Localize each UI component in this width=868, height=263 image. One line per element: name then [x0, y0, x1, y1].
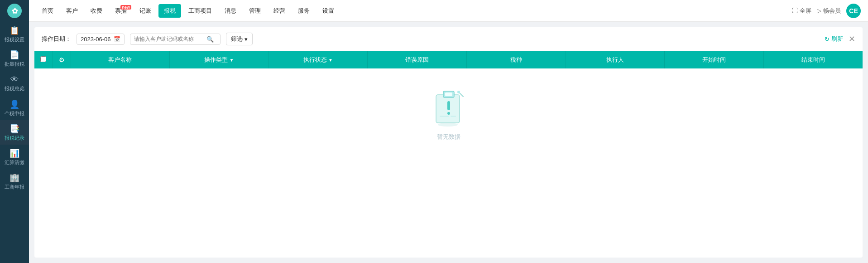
search-input-wrap: 🔍 [130, 34, 221, 45]
th-settings: ⚙ [53, 51, 71, 68]
topnav-right: ⛶ 全屏 ▷ 畅会员 CE [792, 4, 861, 18]
nav-item-jingying[interactable]: 经营 [268, 4, 291, 18]
svg-rect-2 [445, 93, 452, 96]
nav-item-home[interactable]: 首页 [36, 4, 59, 18]
refresh-label: 刷新 [831, 35, 843, 43]
sort-icon-operation_type: ▼ [229, 58, 234, 63]
svg-rect-8 [451, 116, 456, 117]
close-btn[interactable]: ✕ [849, 35, 855, 43]
nav-item-fuwu[interactable]: 服务 [293, 4, 315, 18]
sidebar-icon-geshui-shenbao: 👤 [10, 99, 19, 109]
nav-item-piaoju[interactable]: 票据new [110, 4, 132, 18]
content: 操作日期： 2023-06-06 📅 🔍 筛选 ▾ ↻ 刷新 [29, 22, 868, 263]
sidebar-item-baoshui-jilu[interactable]: 📑 报税记录 [0, 120, 29, 145]
date-value: 2023-06-06 [81, 36, 111, 43]
member-icon: ▷ [817, 7, 821, 14]
nav-item-customer[interactable]: 客户 [61, 4, 83, 18]
svg-point-9 [438, 123, 458, 127]
th-exec_status[interactable]: 执行状态▼ [269, 51, 368, 68]
content-panel: 操作日期： 2023-06-06 📅 🔍 筛选 ▾ ↻ 刷新 [34, 27, 863, 258]
nav-item-guanli[interactable]: 管理 [244, 4, 266, 18]
topnav-items: 首页客户收费票据new记账报税工商项目消息管理经营服务设置 [36, 4, 792, 18]
nav-item-shezhi[interactable]: 设置 [317, 4, 340, 18]
search-input[interactable] [134, 36, 206, 42]
svg-rect-4 [447, 112, 450, 115]
nav-item-gongshang[interactable]: 工商项目 [183, 4, 217, 18]
th-customer_name: 客户名称 [71, 51, 170, 68]
member-btn[interactable]: ▷ 畅会员 [817, 7, 841, 15]
sidebar-icon-gongshang-nianbao: 🏢 [10, 173, 19, 183]
sidebar-icon-huisuan-jiaona: 📊 [10, 148, 19, 158]
refresh-btn[interactable]: ↻ 刷新 [825, 35, 843, 43]
nav-item-shoufei[interactable]: 收费 [85, 4, 108, 18]
sidebar: ✿ 📋 报税设置 📄 批量报税 👁 报税总览 👤 个税申报 📑 报税记录 📊 汇… [0, 0, 29, 263]
date-label: 操作日期： [42, 35, 71, 43]
th-operation_type[interactable]: 操作类型▼ [170, 51, 269, 68]
sidebar-label-baoshui-zonlan: 报税总览 [5, 86, 24, 92]
nav-badge-piaoju: new [120, 5, 131, 10]
date-input[interactable]: 2023-06-06 📅 [77, 34, 125, 45]
svg-rect-3 [447, 101, 450, 110]
empty-illustration [431, 87, 467, 127]
chevron-down-icon: ▾ [245, 36, 248, 43]
sidebar-label-piliang-baoshui: 批量报税 [5, 61, 24, 67]
table-wrap: ⚙客户名称操作类型▼执行状态▼错误原因税种执行人开始时间结束时间 [34, 51, 863, 258]
member-label: 畅会员 [823, 7, 841, 15]
refresh-icon: ↻ [825, 36, 830, 43]
th-tax_type: 税种 [467, 51, 566, 68]
search-icon: 🔍 [206, 36, 214, 43]
calendar-icon: 📅 [114, 36, 120, 42]
sidebar-item-huisuan-jiaona[interactable]: 📊 汇算清缴 [0, 145, 29, 169]
avatar[interactable]: CE [846, 4, 861, 18]
sidebar-item-baoshui-shezhi[interactable]: 📋 报税设置 [0, 22, 29, 46]
sidebar-icon-baoshui-shezhi: 📋 [10, 25, 19, 35]
th-end_time: 结束时间 [763, 51, 863, 68]
nav-item-jizhang[interactable]: 记账 [134, 4, 157, 18]
th-start_time: 开始时间 [665, 51, 764, 68]
svg-point-6 [457, 91, 460, 93]
th-executor: 执行人 [566, 51, 665, 68]
sidebar-logo: ✿ [0, 0, 29, 22]
topnav: 首页客户收费票据new记账报税工商项目消息管理经营服务设置 ⛶ 全屏 ▷ 畅会员… [29, 0, 868, 22]
svg-rect-7 [440, 116, 449, 117]
sidebar-label-baoshui-shezhi: 报税设置 [5, 37, 24, 43]
sort-icon-exec_status: ▼ [328, 58, 333, 63]
sidebar-label-huisuan-jiaona: 汇算清缴 [5, 160, 24, 166]
select-all-checkbox[interactable] [40, 56, 46, 62]
sidebar-icon-piliang-baoshui: 📄 [10, 50, 19, 60]
filter-label: 筛选 [231, 35, 243, 43]
nav-item-baoshui[interactable]: 报税 [158, 4, 181, 18]
sidebar-item-baoshui-zonlan[interactable]: 👁 报税总览 [0, 71, 29, 95]
filter-btn[interactable]: 筛选 ▾ [226, 33, 253, 45]
nav-item-xiaoxi[interactable]: 消息 [219, 4, 242, 18]
fullscreen-label: 全屏 [800, 7, 811, 15]
settings-icon[interactable]: ⚙ [59, 56, 65, 63]
main-area: 首页客户收费票据new记账报税工商项目消息管理经营服务设置 ⛶ 全屏 ▷ 畅会员… [29, 0, 868, 263]
sidebar-label-gongshang-nianbao: 工商年报 [5, 184, 24, 190]
sidebar-label-geshui-shenbao: 个税申报 [5, 111, 24, 117]
logo-icon: ✿ [7, 4, 22, 18]
sidebar-item-geshui-shenbao[interactable]: 👤 个税申报 [0, 96, 29, 120]
fullscreen-icon: ⛶ [792, 7, 798, 14]
empty-text: 暂无数据 [437, 133, 460, 141]
sidebar-label-baoshui-jilu: 报税记录 [5, 135, 24, 141]
sidebar-item-gongshang-nianbao[interactable]: 🏢 工商年报 [0, 169, 29, 194]
sidebar-item-piliang-baoshui[interactable]: 📄 批量报税 [0, 46, 29, 71]
table-header-row: ⚙客户名称操作类型▼执行状态▼错误原因税种执行人开始时间结束时间 [34, 51, 863, 68]
empty-state: 暂无数据 [34, 68, 863, 159]
data-table: ⚙客户名称操作类型▼执行状态▼错误原因税种执行人开始时间结束时间 [34, 51, 863, 68]
toolbar: 操作日期： 2023-06-06 📅 🔍 筛选 ▾ ↻ 刷新 [34, 27, 863, 51]
th-error_reason: 错误原因 [368, 51, 467, 68]
sidebar-icon-baoshui-jilu: 📑 [10, 124, 19, 134]
fullscreen-btn[interactable]: ⛶ 全屏 [792, 7, 811, 15]
sidebar-icon-baoshui-zonlan: 👁 [10, 74, 19, 84]
th-checkbox [34, 51, 53, 68]
